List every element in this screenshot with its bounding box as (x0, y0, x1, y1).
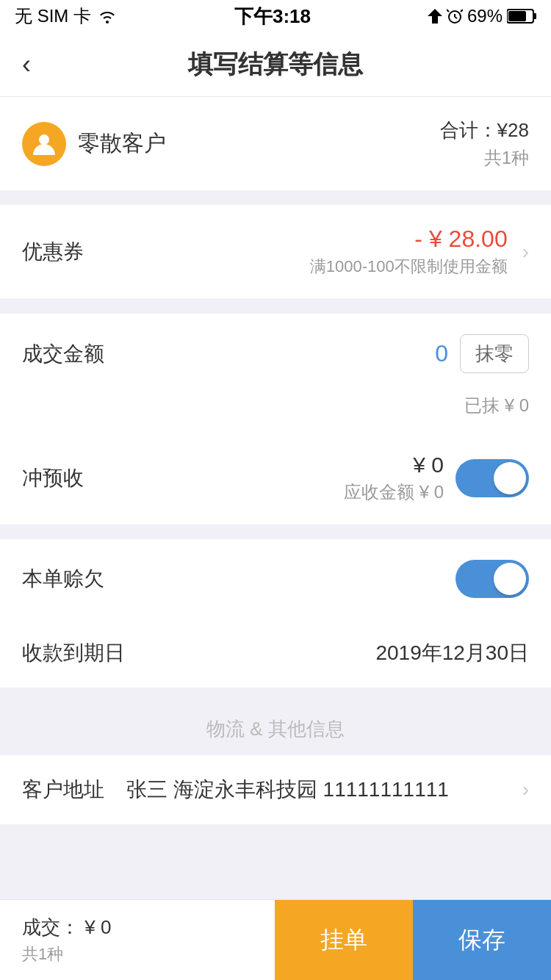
bottom-deal-label: 成交： (22, 916, 79, 938)
alarm-icon (447, 8, 463, 24)
svg-rect-5 (508, 11, 526, 21)
signal-text: 无 SIM 卡 (15, 4, 91, 28)
due-date-label: 收款到期日 (22, 639, 125, 667)
deal-section: 成交金额 0 抹零 已抹 ¥ 0 冲预收 ¥ 0 应收金额 ¥ 0 (0, 314, 551, 525)
coupon-chevron: › (522, 240, 529, 264)
customer-row: 零散客户 合计：¥28 共1种 (0, 97, 551, 190)
bottom-info: 成交： ¥ 0 共1种 (0, 915, 275, 965)
debt-label: 本单赊欠 (22, 565, 104, 593)
customer-name: 零散客户 (78, 129, 166, 159)
debt-section: 本单赊欠 收款到期日 2019年12月30日 (0, 539, 551, 688)
divider-3 (0, 525, 551, 539)
coupon-row[interactable]: 优惠券 - ¥ 28.00 满1000-100不限制使用金额 › (0, 205, 551, 299)
status-right: 69% (428, 6, 536, 26)
prepayment-toggle-knob (494, 462, 526, 494)
due-date-value: 2019年12月30日 (375, 639, 529, 667)
prepayment-label: 冲预收 (22, 464, 84, 492)
status-left: 无 SIM 卡 (15, 4, 118, 28)
customer-section: 零散客户 合计：¥28 共1种 (0, 97, 551, 190)
location-icon (428, 9, 442, 24)
coupon-amount: - ¥ 28.00 (310, 226, 508, 253)
address-chevron: › (522, 778, 529, 801)
deal-amount-right: 0 抹零 (435, 334, 529, 373)
logistics-divider: 物流 & 其他信息 (0, 702, 551, 755)
total-count: 共1种 (440, 146, 529, 170)
coupon-desc: 满1000-100不限制使用金额 (310, 256, 508, 278)
customer-left: 零散客户 (22, 122, 166, 166)
prepayment-value: ¥ 0 (344, 453, 444, 478)
deal-amount-value: 0 (435, 340, 448, 367)
logistics-label: 物流 & 其他信息 (206, 716, 345, 742)
back-button[interactable]: ‹ (22, 49, 31, 80)
bottom-deal: 成交： ¥ 0 (22, 915, 275, 940)
save-button[interactable]: 保存 (413, 900, 551, 980)
svg-rect-4 (533, 13, 536, 19)
address-row[interactable]: 客户地址 张三 海淀永丰科技园 11111111111 › (0, 755, 551, 824)
round-off-button[interactable]: 抹零 (460, 334, 529, 373)
svg-line-2 (455, 17, 457, 18)
nav-bar: ‹ 填写结算等信息 (0, 32, 551, 97)
debt-toggle-knob (494, 563, 526, 595)
debt-row: 本单赊欠 (0, 539, 551, 619)
prepayment-sub: 应收金额 ¥ 0 (344, 480, 444, 504)
prepayment-toggle[interactable] (455, 459, 529, 497)
coupon-label: 优惠券 (22, 238, 84, 266)
address-label: 客户地址 (22, 776, 104, 804)
deal-amount-row: 成交金额 0 抹零 (0, 314, 551, 394)
status-bar: 无 SIM 卡 下午3:18 69% (0, 0, 551, 32)
coupon-right-side: - ¥ 28.00 满1000-100不限制使用金额 › (310, 226, 529, 278)
customer-right: 合计：¥28 共1种 (440, 118, 529, 170)
deal-sub-text: 已抹 ¥ 0 (22, 394, 529, 417)
divider-1 (0, 190, 551, 205)
address-value: 张三 海淀永丰科技园 11111111111 (126, 776, 519, 804)
svg-point-6 (39, 134, 49, 145)
customer-avatar (22, 122, 66, 166)
prepayment-row: 冲预收 ¥ 0 应收金额 ¥ 0 (0, 432, 551, 525)
bottom-buttons: 挂单 保存 (275, 900, 551, 980)
bottom-deal-amount: ¥ 0 (84, 916, 111, 938)
divider-4 (0, 688, 551, 702)
debt-toggle[interactable] (455, 560, 529, 598)
deal-sub-row: 已抹 ¥ 0 (0, 394, 551, 432)
coupon-value: - ¥ 28.00 满1000-100不限制使用金额 (310, 226, 508, 278)
address-section[interactable]: 客户地址 张三 海淀永丰科技园 11111111111 › (0, 755, 551, 824)
total-label: 合计：¥28 (440, 118, 529, 143)
due-date-row: 收款到期日 2019年12月30日 (0, 619, 551, 688)
battery-text: 69% (467, 6, 503, 26)
divider-2 (0, 299, 551, 314)
coupon-section: 优惠券 - ¥ 28.00 满1000-100不限制使用金额 › (0, 205, 551, 299)
debt-right (455, 560, 529, 598)
prepayment-right: ¥ 0 应收金额 ¥ 0 (344, 453, 529, 504)
content-area: 零散客户 合计：¥28 共1种 优惠券 - ¥ 28.00 满1000-100不… (0, 97, 551, 912)
bottom-bar: 成交： ¥ 0 共1种 挂单 保存 (0, 899, 551, 980)
deal-amount-label: 成交金额 (22, 340, 104, 368)
user-icon (30, 130, 58, 158)
bottom-count: 共1种 (22, 943, 275, 965)
wifi-icon (97, 9, 118, 24)
status-time: 下午3:18 (234, 4, 311, 29)
battery-icon (507, 8, 536, 24)
pending-button[interactable]: 挂单 (275, 900, 413, 980)
page-title: 填写结算等信息 (188, 48, 363, 82)
